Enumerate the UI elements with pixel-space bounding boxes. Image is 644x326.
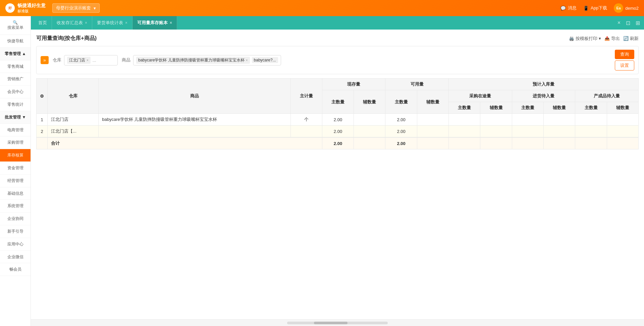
scrollbar-thumb[interactable] [314, 322, 347, 324]
message-icon: 💬 [560, 6, 566, 11]
footer-incoming-main [512, 137, 543, 149]
table-row: 2 江北门店【... 2.00 2.00 [37, 126, 639, 138]
production-pending-header: 产成品待入量 [575, 90, 639, 102]
footer-production-aux [607, 137, 638, 149]
arrow-icon: ▲ [22, 51, 26, 57]
warehouse-more-dots[interactable]: ... [93, 58, 96, 63]
sidebar-item-vip-member[interactable]: 畅会员 [0, 263, 31, 276]
sidebar-item-member-center[interactable]: 会员中心 [0, 86, 31, 98]
row-1-production-aux [607, 114, 638, 126]
footer-label: 合计 [48, 137, 322, 149]
app-download-btn[interactable]: 📱 App下载 [583, 5, 607, 11]
row-2-incoming-main [512, 126, 543, 138]
avatar: Ea [614, 3, 623, 13]
main-layout: 🔍 搜索菜单 快捷导航 零售管理 ▲ 零售商城 营销推广 会员中心 零售统计 批… [0, 16, 644, 326]
tab-maximize-btn[interactable]: ⊞ [634, 18, 641, 28]
row-2-purchase-main [449, 126, 480, 138]
row-1-num: 1 [37, 114, 48, 126]
sidebar-item-purchase-mgmt[interactable]: 采购管理 [0, 136, 31, 149]
row-1-available-main: 2.00 [385, 114, 417, 126]
sidebar-search[interactable]: 🔍 搜索菜单 [0, 16, 31, 35]
scrollbar-track [287, 322, 388, 324]
tab-home-label: 首页 [38, 20, 47, 26]
row-1-incoming-main [512, 114, 543, 126]
sidebar-item-marketing[interactable]: 营销推广 [0, 73, 31, 86]
footer-incoming-aux [544, 137, 575, 149]
sidebar-item-quick-nav[interactable]: 快捷导航 [0, 35, 31, 48]
tab-close-all-btn[interactable]: × [616, 18, 622, 27]
sidebar-item-enterprise-collab[interactable]: 企业协同 [0, 213, 31, 225]
warehouse-filter-group: 仓库 江北门店 × ... [53, 55, 118, 65]
footer-production-main [575, 137, 607, 149]
product-filter-group: 商品 babycare学饮杯 儿童防摔防撞吸管杯重力球吸嘴杯宝宝水杯 × bab… [122, 55, 281, 65]
row-1-product: babycare学饮杯 儿童防摔防撞吸管杯重力球吸嘴杯宝宝水杯 [99, 114, 290, 126]
sidebar-item-finance-mgmt[interactable]: 资金管理 [0, 162, 31, 175]
product-filter-input[interactable]: babycare学饮杯 儿童防摔防撞吸管杯重力球吸嘴杯宝宝水杯 × babyca… [133, 55, 281, 65]
col-settings-header[interactable]: ⚙ [37, 79, 48, 114]
tab-order-stats-close[interactable]: × [125, 20, 127, 25]
footer-current-aux [354, 137, 385, 149]
settings-button[interactable]: 设置 [615, 60, 634, 71]
sidebar-item-retail-mgmt[interactable]: 零售管理 ▲ [0, 48, 31, 60]
search-icon: 🔍 [3, 20, 28, 25]
tab-order-stats[interactable]: 要货单统计表 × [92, 16, 132, 30]
sidebar-item-inventory-check[interactable]: 库存核算 [0, 149, 31, 162]
table-row: 1 江北门店 babycare学饮杯 儿童防摔防撞吸管杯重力球吸嘴杯宝宝水杯 个… [37, 114, 639, 126]
tab-available-stock-close[interactable]: × [170, 20, 172, 25]
warehouse-filter-label: 仓库 [53, 57, 61, 63]
sidebar-item-new-user-guide[interactable]: 新手引导 [0, 225, 31, 238]
sidebar-item-ecommerce-mgmt[interactable]: 电商管理 [0, 124, 31, 137]
footer-current-main: 2.00 [322, 137, 354, 149]
table-footer-row: 合计 2.00 2.00 [37, 137, 639, 149]
sidebar-item-retail-store[interactable]: 零售商城 [0, 60, 31, 73]
sidebar-item-app-center[interactable]: 应用中心 [0, 238, 31, 251]
row-2-num: 2 [37, 126, 48, 138]
account-name: 母婴行业演示账套 [56, 5, 91, 11]
new-user-guide-label: 新手引导 [7, 229, 23, 234]
tab-income-summary-close[interactable]: × [85, 20, 87, 25]
product-tag-2: babycare?... [252, 57, 278, 63]
filter-expand-btn[interactable]: » [41, 56, 49, 64]
print-icon: 🖨️ [569, 36, 574, 41]
bottom-scroll-bar[interactable] [31, 319, 644, 326]
warehouse-tag-remove[interactable]: × [87, 58, 89, 62]
quick-nav-label: 快捷导航 [3, 38, 28, 44]
dropdown-icon: ▾ [94, 6, 96, 11]
sidebar-item-retail-stats[interactable]: 零售统计 [0, 98, 31, 111]
col-planned-in-header: 预计入库量 [449, 79, 639, 90]
print-btn[interactable]: 🖨️ 按模板打印 ▾ [569, 36, 601, 42]
tab-minimize-btn[interactable]: ⊡ [625, 18, 632, 28]
sidebar: 🔍 搜索菜单 快捷导航 零售管理 ▲ 零售商城 营销推广 会员中心 零售统计 批… [0, 16, 31, 326]
tab-available-stock[interactable]: 可用量库存账本 × [132, 16, 177, 30]
settings-icon: ⚙ [40, 94, 44, 99]
refresh-btn[interactable]: 🔄 刷新 [623, 36, 639, 42]
marketing-label: 营销推广 [7, 77, 23, 81]
sidebar-item-enterprise-wechat[interactable]: 企业微信 [0, 251, 31, 264]
account-selector[interactable]: 母婴行业演示账套 ▾ [52, 3, 100, 13]
col-warehouse-header: 仓库 [48, 79, 99, 114]
query-button[interactable]: 查询 [615, 50, 634, 59]
sidebar-item-basic-info[interactable]: 基础信息 [0, 187, 31, 200]
row-2-warehouse: 江北门店【... [48, 126, 99, 138]
enterprise-collab-label: 企业协同 [7, 216, 23, 221]
footer-available-aux [417, 137, 448, 149]
sidebar-item-system-mgmt[interactable]: 系统管理 [0, 200, 31, 213]
tab-home[interactable]: 首页 [34, 16, 52, 30]
warehouse-tag-1: 江北门店 × [67, 57, 91, 64]
sidebar-item-wholesale-mgmt[interactable]: 批发管理 ▼ [0, 111, 31, 124]
message-btn[interactable]: 💬 消息 [560, 5, 577, 11]
tab-income-summary-label: 收发存汇总表 [57, 20, 83, 26]
product-tag-1-remove[interactable]: × [246, 58, 248, 62]
user-profile[interactable]: Ea demo2 [614, 3, 639, 13]
warehouse-filter-input[interactable]: 江北门店 × ... [64, 55, 118, 65]
tab-income-summary[interactable]: 收发存汇总表 × [52, 16, 92, 30]
sidebar-item-operations-mgmt[interactable]: 经营管理 [0, 175, 31, 187]
export-btn[interactable]: 📤 导出 [604, 36, 620, 42]
current-main-qty-header: 主数量 [322, 90, 354, 114]
incoming-main: 主数量 [512, 102, 543, 114]
refresh-icon: 🔄 [623, 36, 629, 41]
finance-label: 资金管理 [7, 166, 23, 170]
row-2-available-main: 2.00 [385, 126, 417, 138]
row-1-purchase-main [449, 114, 480, 126]
row-2-production-aux [607, 126, 638, 138]
